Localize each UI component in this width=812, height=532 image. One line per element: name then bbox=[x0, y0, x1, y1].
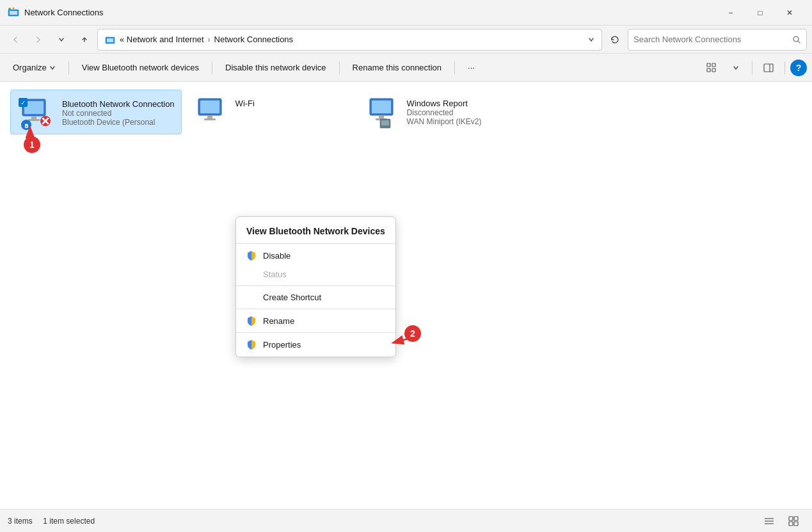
toolbar-separator-6 bbox=[784, 61, 785, 74]
title-bar: Network Connections − □ ✕ bbox=[0, 0, 812, 26]
windows-report-computer-icon bbox=[365, 96, 401, 129]
svg-rect-9 bbox=[707, 69, 710, 72]
svg-point-2 bbox=[8, 8, 11, 10]
windows-report-name: Windows Report bbox=[407, 99, 482, 108]
wifi-item-name: Wi-Fi bbox=[235, 99, 255, 108]
ctx-sep-1 bbox=[236, 243, 395, 244]
svg-rect-17 bbox=[28, 119, 40, 121]
context-menu-properties[interactable]: Properties 2 bbox=[236, 335, 395, 354]
svg-rect-24 bbox=[200, 101, 219, 113]
close-button[interactable]: ✕ bbox=[775, 3, 804, 23]
svg-rect-36 bbox=[789, 517, 793, 520]
disable-network-button[interactable]: Disable this network device bbox=[218, 57, 334, 79]
svg-rect-32 bbox=[381, 120, 389, 125]
forward-button[interactable] bbox=[28, 29, 49, 50]
svg-rect-29 bbox=[379, 115, 384, 118]
network-item-windows-report[interactable]: Windows Report Disconnected WAN Miniport… bbox=[358, 90, 525, 134]
wifi-computer-icon bbox=[193, 96, 229, 129]
ctx-sep-2 bbox=[236, 286, 395, 286]
svg-rect-10 bbox=[712, 63, 715, 67]
item-count: 3 items bbox=[8, 517, 33, 526]
ctx-sep-3 bbox=[236, 309, 395, 309]
svg-rect-8 bbox=[707, 63, 710, 67]
address-bar-icon bbox=[104, 34, 116, 45]
refresh-button[interactable] bbox=[605, 29, 625, 50]
search-icon bbox=[792, 35, 801, 44]
shield-rename-icon bbox=[246, 316, 257, 326]
svg-text:ʙ: ʙ bbox=[24, 122, 29, 129]
search-input[interactable] bbox=[633, 35, 788, 44]
organize-dropdown-icon bbox=[49, 65, 56, 71]
ctx-sep-4 bbox=[236, 332, 395, 333]
toolbar-right: ? bbox=[701, 57, 807, 79]
maximize-button[interactable]: □ bbox=[745, 3, 775, 23]
svg-point-3 bbox=[13, 7, 15, 9]
toolbar-separator-4 bbox=[454, 61, 455, 74]
recent-locations-button[interactable] bbox=[51, 29, 72, 50]
address-bar[interactable]: « Network and Internet › Network Connect… bbox=[97, 29, 602, 51]
rename-connection-button[interactable]: Rename this connection bbox=[345, 57, 449, 79]
bluetooth-item-text: Bluetooth Network Connection Not connect… bbox=[62, 97, 175, 127]
disable-label: Disable bbox=[263, 251, 291, 261]
window-title: Network Connections bbox=[24, 8, 104, 17]
context-menu-create-shortcut[interactable]: Create Shortcut bbox=[236, 288, 395, 307]
svg-rect-26 bbox=[204, 118, 216, 120]
address-separator: › bbox=[208, 35, 211, 44]
title-bar-controls: − □ ✕ bbox=[716, 3, 804, 23]
view-bluetooth-button[interactable]: View Bluetooth network devices bbox=[74, 57, 207, 79]
toolbar-separator-3 bbox=[339, 61, 340, 74]
context-menu-rename[interactable]: Rename bbox=[236, 311, 395, 330]
context-menu-disable[interactable]: Disable bbox=[236, 246, 395, 265]
minimize-button[interactable]: − bbox=[716, 3, 745, 23]
properties-label: Properties bbox=[263, 340, 301, 350]
status-bar: 3 items 1 item selected bbox=[0, 509, 812, 532]
organize-button[interactable]: Organize bbox=[5, 57, 63, 79]
network-item-bluetooth[interactable]: ʙ Bluetooth Network Connection Not conne… bbox=[10, 90, 182, 134]
toolbar-separator-1 bbox=[68, 61, 69, 74]
bluetooth-item-status: Not connected bbox=[62, 109, 175, 118]
context-menu: View Bluetooth Network Devices Disable S… bbox=[235, 216, 396, 357]
item-checkbox bbox=[19, 98, 28, 107]
address-prefix: « Network and Internet bbox=[120, 35, 204, 44]
svg-rect-38 bbox=[794, 517, 798, 520]
up-button[interactable] bbox=[74, 29, 95, 50]
windows-report-type: WAN Miniport (IKEv2) bbox=[407, 117, 482, 126]
title-bar-left: Network Connections bbox=[8, 7, 104, 19]
grid-view-button[interactable] bbox=[783, 510, 804, 532]
svg-rect-28 bbox=[372, 101, 391, 113]
svg-rect-16 bbox=[31, 116, 36, 119]
windows-report-status: Disconnected bbox=[407, 108, 482, 117]
app-icon bbox=[8, 7, 19, 19]
toolbar-separator-5 bbox=[752, 61, 752, 74]
status-label: Status bbox=[263, 270, 287, 279]
wifi-item-text: Wi-Fi bbox=[235, 96, 255, 108]
back-button[interactable] bbox=[5, 29, 26, 50]
help-button[interactable]: ? bbox=[790, 60, 807, 76]
list-view-button[interactable] bbox=[758, 510, 780, 532]
bluetooth-item-type: Bluetooth Device (Personal bbox=[62, 118, 175, 127]
status-bar-right bbox=[758, 510, 804, 532]
toolbar-separator-2 bbox=[212, 61, 212, 74]
search-bar[interactable] bbox=[628, 29, 807, 51]
view-toggle-button[interactable] bbox=[701, 57, 722, 79]
address-current: Network Connections bbox=[214, 35, 294, 44]
annotation-badge-2: 2 bbox=[404, 325, 421, 342]
network-item-wifi[interactable]: Wi-Fi bbox=[187, 90, 353, 134]
address-dropdown-icon bbox=[587, 36, 595, 44]
main-content: ʙ Bluetooth Network Connection Not conne… bbox=[0, 82, 812, 509]
wifi-item-icon bbox=[193, 96, 229, 132]
windows-report-icon bbox=[365, 96, 401, 132]
preview-pane-button[interactable] bbox=[758, 57, 779, 79]
windows-report-text: Windows Report Disconnected WAN Miniport… bbox=[407, 96, 482, 126]
bluetooth-item-icon: ʙ bbox=[17, 97, 56, 135]
nav-bar: « Network and Internet › Network Connect… bbox=[0, 26, 812, 54]
rename-label: Rename bbox=[263, 316, 294, 326]
svg-rect-37 bbox=[789, 522, 793, 526]
svg-rect-11 bbox=[712, 69, 715, 72]
svg-rect-5 bbox=[107, 38, 113, 42]
context-menu-header: View Bluetooth Network Devices bbox=[236, 220, 395, 241]
shield-properties-icon bbox=[246, 339, 257, 350]
view-dropdown-button[interactable] bbox=[725, 57, 747, 79]
svg-rect-12 bbox=[764, 64, 773, 72]
more-options-button[interactable]: ··· bbox=[460, 57, 482, 79]
